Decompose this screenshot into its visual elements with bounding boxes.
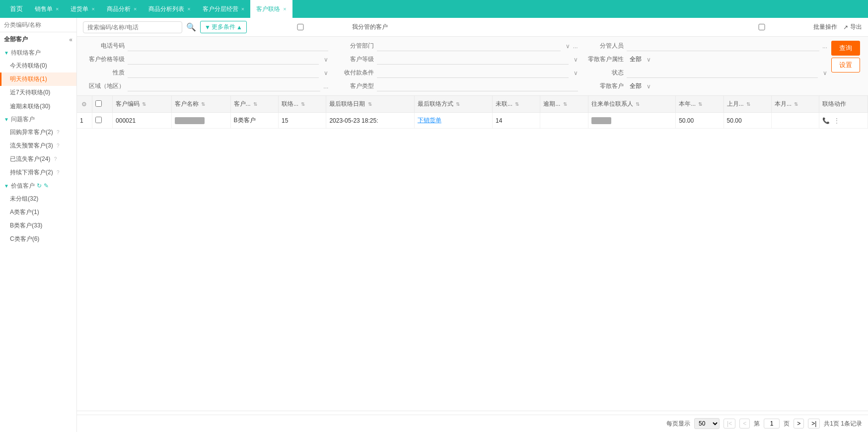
sidebar-item-c-class[interactable]: C类客户(6) bbox=[0, 232, 76, 246]
page-next-btn[interactable]: > bbox=[794, 419, 804, 429]
adv-region-input[interactable] bbox=[128, 81, 320, 91]
adv-retail-customer-value: 全部 bbox=[630, 82, 642, 90]
action-grid-icon[interactable]: ⋮ bbox=[834, 117, 840, 124]
col-type-sort[interactable]: ⇅ bbox=[253, 101, 257, 107]
sidebar-item-ungrouped[interactable]: 未分组(32) bbox=[0, 192, 76, 206]
col-name: 客户名称 ⇅ bbox=[171, 96, 230, 113]
adv-price-level-dropdown[interactable]: ∨ bbox=[324, 56, 328, 63]
page-last-btn[interactable]: >| bbox=[808, 419, 820, 429]
nav-product-analysis-list[interactable]: 商品分析列表 × bbox=[143, 0, 196, 18]
sidebar-item-today-contact[interactable]: 今天待联络(0) bbox=[0, 59, 76, 72]
adv-payment-dropdown[interactable]: ∨ bbox=[574, 70, 578, 76]
col-this-year-sort[interactable]: ⇅ bbox=[698, 101, 702, 107]
adv-status-input[interactable] bbox=[627, 68, 818, 78]
value-edit-icon[interactable]: ✎ bbox=[44, 182, 49, 189]
adv-nature-dropdown[interactable]: ∨ bbox=[324, 70, 328, 76]
row-checkbox-0[interactable] bbox=[95, 117, 102, 123]
cell-last-month: 50.00 bbox=[723, 113, 771, 129]
adv-nature-input[interactable] bbox=[128, 68, 319, 78]
col-this-month-sort[interactable]: ⇅ bbox=[794, 101, 798, 107]
nav-customer-layer-close[interactable]: × bbox=[241, 6, 244, 12]
collapse-icon[interactable]: « bbox=[69, 36, 72, 43]
nav-customer-contact[interactable]: 客户联络 × bbox=[250, 0, 292, 18]
sidebar-search-input[interactable] bbox=[4, 21, 77, 28]
col-this-year-label: 本年... bbox=[679, 100, 696, 107]
select-all-checkbox[interactable] bbox=[95, 100, 102, 107]
nav-purchase[interactable]: 进货单 × bbox=[65, 0, 100, 18]
adv-manager-input[interactable] bbox=[627, 41, 819, 51]
sidebar-item-overdue-contact[interactable]: 逾期未联络(30) bbox=[0, 100, 76, 113]
export-button[interactable]: ↗ 导出 bbox=[843, 23, 862, 31]
adv-field-customer-level: 客户等级 ∨ bbox=[334, 54, 578, 65]
cell-overdue bbox=[540, 113, 588, 129]
adv-retail-attr-dropdown[interactable]: ∨ bbox=[647, 56, 651, 63]
page-first-btn[interactable]: |< bbox=[723, 419, 735, 429]
sidebar-item-declining[interactable]: 持续下滑客户(2) ? bbox=[0, 166, 76, 179]
all-customers-label: 全部客户 bbox=[4, 35, 28, 44]
nav-product-analysis-list-close[interactable]: × bbox=[187, 6, 190, 12]
col-overdue-sort[interactable]: ⇅ bbox=[563, 101, 567, 107]
last-method-link[interactable]: 下销货单 bbox=[418, 117, 441, 124]
nav-product-analysis[interactable]: 商品分析 × bbox=[101, 0, 143, 18]
per-page-select[interactable]: 50 100 200 bbox=[694, 418, 720, 429]
adv-phone-input[interactable] bbox=[128, 41, 328, 51]
adv-price-level-input[interactable] bbox=[128, 54, 319, 65]
nav-sales[interactable]: 销售单 × bbox=[29, 0, 65, 18]
page-prev-btn[interactable]: < bbox=[739, 419, 750, 429]
query-button[interactable]: 查询 bbox=[831, 41, 860, 56]
adv-field-retail-attr: 零散客户属性 全部 ∨ bbox=[584, 55, 827, 64]
my-customers-checkbox[interactable] bbox=[251, 24, 350, 30]
batch-op-button[interactable]: 批量操作 bbox=[712, 23, 837, 31]
sidebar-item-tomorrow-contact[interactable]: 明天待联络(1) bbox=[0, 72, 76, 86]
nav-purchase-close[interactable]: × bbox=[91, 6, 94, 12]
search-button[interactable]: 🔍 bbox=[186, 22, 196, 32]
adv-payment-input[interactable] bbox=[377, 68, 568, 78]
nav-home[interactable]: 首页 bbox=[4, 0, 29, 18]
col-last-month-sort[interactable]: ⇅ bbox=[746, 101, 750, 107]
adv-dept-input[interactable] bbox=[377, 41, 560, 51]
sidebar-item-churned[interactable]: 已流失客户(24) ? bbox=[0, 152, 76, 166]
nav-customer-contact-close[interactable]: × bbox=[283, 6, 286, 12]
search-input[interactable] bbox=[83, 21, 182, 33]
set-button[interactable]: 设置 bbox=[831, 58, 860, 72]
table-header-row: ⚙ 客户编码 ⇅ 客户名称 ⇅ 客户... ⇅ bbox=[77, 96, 868, 113]
adv-customer-level-dropdown[interactable]: ∨ bbox=[574, 56, 578, 63]
value-refresh-icon[interactable]: ↻ bbox=[37, 182, 42, 189]
nav-product-analysis-close[interactable]: × bbox=[134, 6, 137, 12]
sidebar-item-7days-contact[interactable]: 近7天待联络(0) bbox=[0, 86, 76, 99]
cell-last-method[interactable]: 下销货单 bbox=[414, 113, 492, 129]
adv-manager-more[interactable]: ... bbox=[822, 43, 827, 50]
adv-dept-more[interactable]: ... bbox=[573, 43, 578, 50]
adv-retail-customer-dropdown[interactable]: ∨ bbox=[647, 83, 651, 90]
col-settings[interactable]: ⚙ bbox=[77, 96, 92, 113]
page-input[interactable] bbox=[764, 419, 780, 429]
nav-sales-close[interactable]: × bbox=[56, 6, 59, 12]
sidebar-item-b-class[interactable]: B类客户(33) bbox=[0, 219, 76, 232]
adv-dept-dropdown[interactable]: ∨ bbox=[566, 43, 570, 50]
filter-action-buttons: 查询 设置 bbox=[831, 41, 860, 91]
sidebar-search-bar: 🔍 bbox=[0, 18, 76, 32]
col-last-date-sort[interactable]: ⇅ bbox=[368, 101, 372, 107]
col-last-method-sort[interactable]: ⇅ bbox=[456, 101, 460, 107]
help-icon-3: ? bbox=[57, 170, 60, 175]
adv-region-more[interactable]: ... bbox=[323, 83, 328, 90]
nav-customer-layer[interactable]: 客户分层经营 × bbox=[197, 0, 250, 18]
action-phone-icon[interactable]: 📞 bbox=[822, 117, 830, 124]
col-code-label: 客户编码 bbox=[116, 100, 140, 107]
value-arrow-icon: ▼ bbox=[4, 183, 9, 189]
col-contact-sort[interactable]: ⇅ bbox=[301, 101, 305, 107]
more-filter-button[interactable]: ▼ 更多条件 ▲ bbox=[200, 21, 247, 33]
col-no-contact-sort[interactable]: ⇅ bbox=[515, 101, 519, 107]
col-unit-contact-sort[interactable]: ⇅ bbox=[636, 101, 640, 107]
batch-op-checkbox[interactable] bbox=[712, 24, 811, 30]
adv-status-dropdown[interactable]: ∨ bbox=[823, 70, 827, 76]
sidebar-item-a-class[interactable]: A类客户(1) bbox=[0, 206, 76, 219]
adv-customer-level-input[interactable] bbox=[377, 54, 568, 65]
col-code-sort[interactable]: ⇅ bbox=[142, 101, 146, 107]
sidebar-item-churn-warning[interactable]: 流失预警客户(3) ? bbox=[0, 139, 76, 152]
adv-customer-type-input[interactable] bbox=[377, 81, 578, 91]
horizontal-scrollbar[interactable] bbox=[77, 411, 868, 415]
sidebar-item-abnormal-repurchase[interactable]: 回购异常客户(2) ? bbox=[0, 126, 76, 139]
sidebar: 🔍 全部客户 « ▼ 待联络客户 今天待联络(0) 明天待联络(1) 近7天待联… bbox=[0, 18, 77, 432]
col-name-sort[interactable]: ⇅ bbox=[201, 101, 205, 107]
